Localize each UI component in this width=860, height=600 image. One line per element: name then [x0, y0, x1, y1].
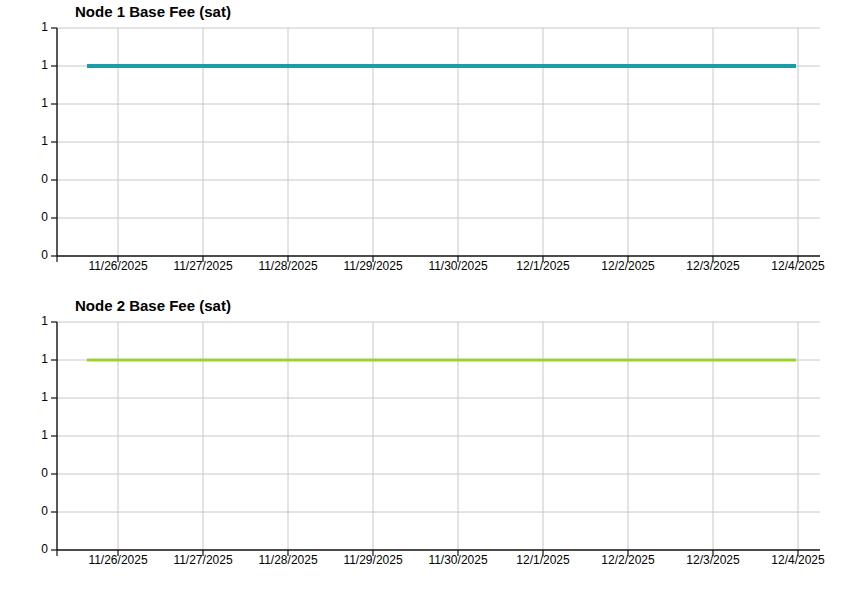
- y-axis-tick-label: 1: [8, 58, 48, 72]
- x-axis-tick-label: 11/27/2025: [161, 259, 245, 273]
- y-axis-tick-label: 1: [8, 314, 48, 328]
- x-axis-tick-label: 11/26/2025: [76, 553, 160, 567]
- chart-plot-area: [0, 0, 860, 293]
- y-axis-tick-label: 0: [8, 172, 48, 186]
- y-axis-tick-label: 1: [8, 134, 48, 148]
- chart-node-2-base-fee: Node 2 Base Fee (sat) 000111111/26/20251…: [0, 294, 860, 587]
- x-axis-tick-label: 11/30/2025: [416, 259, 500, 273]
- x-axis-tick-label: 11/29/2025: [331, 553, 415, 567]
- x-axis-tick-label: 11/28/2025: [246, 259, 330, 273]
- x-axis-tick-label: 11/30/2025: [416, 553, 500, 567]
- x-axis-tick-label: 11/26/2025: [76, 259, 160, 273]
- x-axis-tick-label: 12/1/2025: [501, 259, 585, 273]
- y-axis-tick-label: 1: [8, 96, 48, 110]
- chart-node-1-base-fee: Node 1 Base Fee (sat) 000111111/26/20251…: [0, 0, 860, 293]
- y-axis-tick-label: 1: [8, 428, 48, 442]
- x-axis-tick-label: 12/3/2025: [671, 259, 755, 273]
- chart-plot-area: [0, 294, 860, 587]
- x-axis-tick-label: 11/28/2025: [246, 553, 330, 567]
- x-axis-tick-label: 12/2/2025: [586, 259, 670, 273]
- x-axis-tick-label: 12/1/2025: [501, 553, 585, 567]
- y-axis-tick-label: 1: [8, 390, 48, 404]
- x-axis-tick-label: 11/27/2025: [161, 553, 245, 567]
- dashboard-canvas: { "page": { "background": "#ffffff", "te…: [0, 0, 860, 600]
- y-axis-tick-label: 0: [8, 248, 48, 262]
- x-axis-tick-label: 12/4/2025: [756, 259, 840, 273]
- x-axis-tick-label: 11/29/2025: [331, 259, 415, 273]
- x-axis-tick-label: 12/3/2025: [671, 553, 755, 567]
- y-axis-tick-label: 0: [8, 504, 48, 518]
- x-axis-tick-label: 12/4/2025: [756, 553, 840, 567]
- y-axis-tick-label: 0: [8, 210, 48, 224]
- x-axis-tick-label: 12/2/2025: [586, 553, 670, 567]
- y-axis-tick-label: 1: [8, 20, 48, 34]
- y-axis-tick-label: 0: [8, 466, 48, 480]
- y-axis-tick-label: 0: [8, 542, 48, 556]
- y-axis-tick-label: 1: [8, 352, 48, 366]
